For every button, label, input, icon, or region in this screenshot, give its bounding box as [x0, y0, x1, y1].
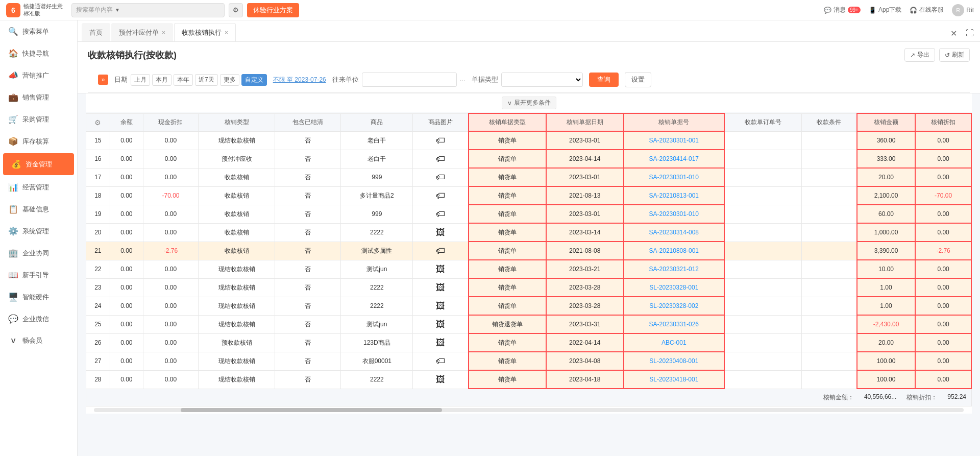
- sidebar-item-sales[interactable]: 💼 销售管理: [0, 86, 77, 108]
- sidebar-item-system[interactable]: ⚙️ 系统管理: [0, 220, 77, 242]
- filter-expand-button[interactable]: »: [98, 75, 108, 85]
- table-settings-icon[interactable]: ⚙: [94, 118, 101, 127]
- cell-writeoff-no[interactable]: SA-20230331-026: [624, 315, 724, 333]
- col-header-included-settled: 包含已结清: [275, 113, 341, 131]
- date-range-display[interactable]: 不限 至 2023-07-26: [273, 76, 326, 84]
- writeoff-no-link[interactable]: SA-20210813-001: [649, 192, 699, 199]
- writeoff-no-link[interactable]: SA-20210808-001: [649, 247, 699, 254]
- writeoff-no-link[interactable]: SA-20230301-010: [649, 174, 699, 181]
- cell-writeoff-date: 2023-03-21: [546, 260, 624, 278]
- export-button[interactable]: ↗ 导出: [904, 48, 935, 62]
- maximize-button[interactable]: ⛶: [964, 27, 976, 39]
- horizontal-scrollbar[interactable]: [94, 408, 964, 412]
- message-button[interactable]: 💬 消息 99+: [824, 6, 861, 14]
- sidebar-item-newuser[interactable]: 📖 新手引导: [0, 264, 77, 286]
- cell-writeoff-discount: 0.00: [915, 315, 971, 333]
- expand-more-button[interactable]: ∨ 展开更多条件: [502, 97, 556, 109]
- gear-button[interactable]: ⚙: [229, 3, 243, 17]
- user-menu[interactable]: R Rit: [952, 4, 974, 16]
- writeoff-no-link[interactable]: SA-20230301-010: [649, 210, 699, 218]
- writeoff-no-link[interactable]: ABC-001: [662, 339, 687, 346]
- tab-home[interactable]: 首页: [82, 23, 110, 41]
- sidebar-item-hardware[interactable]: 🖥️ 智能硬件: [0, 286, 77, 308]
- cell-writeoff-no[interactable]: SA-20230301-010: [624, 168, 724, 186]
- chart-icon: 📊: [8, 182, 18, 192]
- cell-writeoff-type: 现结收款核销: [198, 352, 275, 370]
- cell-writeoff-amount: 100.00: [857, 370, 915, 389]
- writeoff-no-link[interactable]: SA-20230414-017: [649, 155, 699, 162]
- writeoff-no-link[interactable]: SA-20230314-008: [649, 229, 699, 236]
- voucher-type-label: 单据类型: [472, 75, 498, 84]
- writeoff-no-link[interactable]: SL-20230408-001: [649, 357, 698, 365]
- col-header-writeoff-discount: 核销折扣: [915, 113, 971, 131]
- cell-writeoff-type: 预收款核销: [198, 333, 275, 352]
- writeoff-no-link[interactable]: SL-20230418-001: [649, 376, 698, 383]
- cell-writeoff-no[interactable]: SA-20230314-008: [624, 223, 724, 242]
- col-header-gear[interactable]: ⚙: [86, 113, 110, 131]
- cell-no: 23: [86, 278, 110, 297]
- tab-prepay[interactable]: 预付冲应付单 ×: [111, 23, 173, 41]
- query-button[interactable]: 查询: [589, 73, 619, 87]
- close-prepay-tab[interactable]: ×: [162, 29, 165, 36]
- close-window-button[interactable]: ✕: [947, 27, 960, 39]
- cell-writeoff-no[interactable]: SL-20230418-001: [624, 370, 724, 389]
- cell-collection-order-no: [724, 260, 801, 278]
- custom-date-btn[interactable]: 自定义: [241, 74, 267, 86]
- sidebar-label: 采购管理: [22, 115, 49, 124]
- settings-button[interactable]: 设置: [625, 72, 651, 87]
- sidebar-item-purchase[interactable]: 🛒 采购管理: [0, 108, 77, 130]
- cell-writeoff-no[interactable]: SL-20230328-001: [624, 278, 724, 297]
- writeoff-no-link[interactable]: SL-20230328-002: [649, 302, 698, 309]
- cell-writeoff-no[interactable]: SA-20210808-001: [624, 242, 724, 260]
- sidebar-item-marketing[interactable]: 📣 营销推广: [0, 64, 77, 86]
- this-month-btn[interactable]: 本月: [152, 74, 172, 86]
- tab-collection[interactable]: 收款核销执行 ×: [174, 23, 236, 41]
- partner-input[interactable]: [362, 73, 457, 87]
- writeoff-no-link[interactable]: SA-20230331-026: [649, 321, 699, 328]
- cell-writeoff-no[interactable]: ABC-001: [624, 333, 724, 352]
- logo-icon: 6: [6, 3, 20, 17]
- sidebar-item-basicinfo[interactable]: 📋 基础信息: [0, 198, 77, 220]
- cell-no: 21: [86, 242, 110, 260]
- sidebar-item-finance[interactable]: 💰 资金管理: [3, 153, 74, 175]
- this-year-btn[interactable]: 本年: [174, 74, 193, 86]
- cell-included-settled: 否: [275, 297, 341, 315]
- sidebar-item-wechat[interactable]: 💬 企业微信: [0, 308, 77, 330]
- last-month-btn[interactable]: 上月: [131, 74, 150, 86]
- close-collection-tab[interactable]: ×: [225, 29, 228, 36]
- industry-button[interactable]: 休验行业方案: [247, 3, 299, 17]
- cell-writeoff-no[interactable]: SA-20230301-010: [624, 205, 724, 223]
- cell-writeoff-no[interactable]: SL-20230328-002: [624, 297, 724, 315]
- cell-writeoff-no[interactable]: SL-20230408-001: [624, 352, 724, 370]
- voucher-type-select[interactable]: [501, 73, 583, 87]
- sidebar-item-operations[interactable]: 📊 经营管理: [0, 176, 77, 198]
- cell-writeoff-no[interactable]: SA-20210813-001: [624, 186, 724, 205]
- cell-goods: 123D商品: [341, 333, 413, 352]
- search-icon: 🔍: [8, 27, 18, 36]
- sidebar-item-member[interactable]: V 畅会员: [0, 330, 77, 351]
- cell-included-settled: 否: [275, 333, 341, 352]
- top-search-area[interactable]: 搜索菜单内容 ▼: [71, 3, 225, 17]
- cell-writeoff-no[interactable]: SA-20230301-001: [624, 131, 724, 150]
- cell-writeoff-no[interactable]: SA-20230321-012: [624, 260, 724, 278]
- online-service-button[interactable]: 🎧 在线客服: [910, 6, 944, 14]
- sidebar-item-shortcuts[interactable]: 🏠 快捷导航: [0, 42, 77, 64]
- app-download-button[interactable]: 📱 App下载: [869, 6, 901, 14]
- refresh-button[interactable]: ↺ 刷新: [939, 48, 970, 62]
- more-date-btn[interactable]: 更多: [220, 74, 239, 86]
- cell-writeoff-no[interactable]: SA-20230414-017: [624, 150, 724, 168]
- top-bar-right: 💬 消息 99+ 📱 App下载 🎧 在线客服 R Rit: [824, 4, 974, 16]
- date-options: 上月 本月 本年 近7天 更多 自定义: [131, 74, 267, 86]
- cell-collection-condition: [801, 333, 857, 352]
- last-7days-btn[interactable]: 近7天: [195, 74, 218, 86]
- sidebar-item-inventory[interactable]: 📦 库存核算: [0, 130, 77, 152]
- cell-goods: 2222: [341, 370, 413, 389]
- writeoff-no-link[interactable]: SA-20230301-001: [649, 137, 699, 144]
- sidebar-item-enterprise[interactable]: 🏢 企业协同: [0, 242, 77, 264]
- sidebar-item-search[interactable]: 🔍 搜索菜单: [0, 20, 77, 42]
- scroll-thumb[interactable]: [181, 408, 442, 412]
- cell-writeoff-discount: 0.00: [915, 205, 971, 223]
- writeoff-no-link[interactable]: SA-20230321-012: [649, 266, 699, 273]
- writeoff-no-link[interactable]: SL-20230328-001: [649, 284, 698, 291]
- cell-balance: 0.00: [110, 370, 143, 389]
